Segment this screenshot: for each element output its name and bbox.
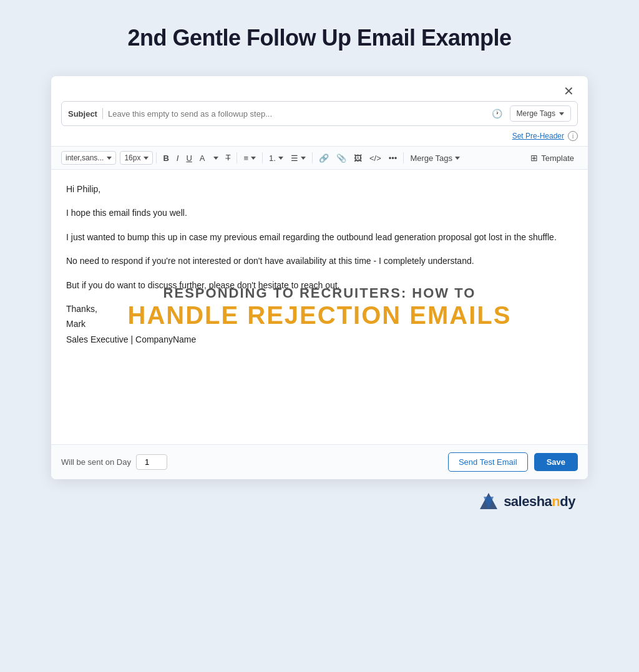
merge-tags-button[interactable]: Merge Tags bbox=[510, 105, 571, 122]
template-label: Template bbox=[541, 153, 574, 163]
signature-block: Thanks, Mark Sales Executive | CompanyNa… bbox=[66, 302, 573, 346]
clock-icon: 🕐 bbox=[492, 109, 502, 119]
ul-chevron-icon bbox=[301, 157, 306, 160]
attachment-button[interactable]: 📎 bbox=[333, 151, 349, 165]
set-pre-header-button[interactable]: Set Pre-Header bbox=[512, 132, 564, 140]
ol-chevron-icon bbox=[278, 157, 283, 160]
color-chevron-icon bbox=[213, 157, 218, 160]
logo-highlight: n bbox=[552, 494, 560, 509]
template-icon: ⊞ bbox=[530, 153, 538, 163]
email-body[interactable]: Hi Philip, I hope this email finds you w… bbox=[51, 170, 588, 444]
pre-header-row: Set Pre-Header i bbox=[61, 131, 578, 141]
saleshady-logo: saleshandy bbox=[51, 490, 588, 513]
info-icon[interactable]: i bbox=[568, 131, 578, 141]
email-title: Sales Executive | CompanyName bbox=[66, 333, 573, 346]
bold-button[interactable]: B bbox=[160, 151, 172, 165]
merge-tags-toolbar-chevron-icon bbox=[455, 157, 460, 160]
email-line3: No need to respond if you're not interes… bbox=[66, 254, 573, 268]
unordered-list-button[interactable]: ☰ bbox=[288, 151, 309, 165]
day-input[interactable] bbox=[136, 454, 167, 470]
more-options-button[interactable]: ••• bbox=[386, 151, 401, 165]
email-body-wrapper: Hi Philip, I hope this email finds you w… bbox=[51, 170, 588, 444]
composer-header: ✕ bbox=[51, 76, 588, 101]
subject-divider bbox=[102, 108, 103, 119]
ordered-list-button[interactable]: 1. bbox=[266, 151, 286, 165]
subject-row: Subject 🕐 Merge Tags bbox=[61, 101, 578, 126]
text-color-chevron[interactable] bbox=[209, 154, 222, 162]
italic-button[interactable]: I bbox=[173, 151, 182, 165]
template-button[interactable]: ⊞ Template bbox=[527, 150, 578, 165]
merge-tags-chevron-icon bbox=[559, 112, 564, 115]
composer-footer: Will be sent on Day Send Test Email Save bbox=[51, 444, 588, 479]
merge-tags-label: Merge Tags bbox=[517, 109, 555, 118]
toolbar-separator-3 bbox=[262, 152, 263, 163]
toolbar-separator-5 bbox=[403, 152, 404, 163]
font-family-select[interactable]: inter,sans... bbox=[61, 151, 116, 165]
subject-input[interactable] bbox=[108, 109, 487, 119]
link-button[interactable]: 🔗 bbox=[316, 151, 332, 165]
font-family-label: inter,sans... bbox=[66, 153, 104, 162]
toolbar-separator-1 bbox=[156, 152, 157, 163]
align-chevron-icon bbox=[251, 157, 256, 160]
font-size-chevron-icon bbox=[144, 157, 149, 160]
font-family-chevron-icon bbox=[107, 157, 112, 160]
toolbar-separator-4 bbox=[312, 152, 313, 163]
font-size-select[interactable]: 16px bbox=[120, 151, 153, 165]
merge-tags-toolbar-button[interactable]: Merge Tags bbox=[407, 151, 463, 165]
email-line2: I just wanted to bump this up in case my… bbox=[66, 230, 573, 244]
footer-right: Send Test Email Save bbox=[448, 452, 578, 472]
email-line1: I hope this email finds you well. bbox=[66, 206, 573, 220]
toolbar: inter,sans... 16px B I U A T̶ ≡ 1. ☰ 🔗 📎… bbox=[51, 146, 588, 170]
email-line4: But if you do want to discuss further, p… bbox=[66, 278, 573, 292]
align-button[interactable]: ≡ bbox=[240, 151, 259, 165]
toolbar-separator-2 bbox=[237, 152, 237, 163]
page-title: 2nd Gentle Follow Up Email Example bbox=[127, 25, 511, 51]
font-size-label: 16px bbox=[124, 153, 140, 162]
image-button[interactable]: 🖼 bbox=[351, 151, 365, 165]
text-color-button[interactable]: A bbox=[197, 151, 208, 165]
code-button[interactable]: </> bbox=[366, 151, 384, 165]
subject-label: Subject bbox=[68, 109, 97, 119]
close-button[interactable]: ✕ bbox=[560, 84, 578, 99]
email-closing: Thanks, bbox=[66, 302, 573, 316]
clear-format-button[interactable]: T̶ bbox=[223, 151, 233, 165]
email-name: Mark bbox=[66, 317, 573, 331]
send-test-email-button[interactable]: Send Test Email bbox=[448, 452, 528, 472]
saleshady-logo-text: saleshandy bbox=[504, 494, 575, 510]
email-composer: ✕ Subject 🕐 Merge Tags Set Pre-Header i … bbox=[51, 76, 588, 479]
saleshady-logo-icon bbox=[477, 490, 500, 513]
footer-left: Will be sent on Day bbox=[61, 454, 167, 470]
underline-button[interactable]: U bbox=[183, 151, 195, 165]
email-greeting: Hi Philip, bbox=[66, 182, 573, 196]
will-be-sent-label: Will be sent on Day bbox=[61, 457, 131, 467]
save-button[interactable]: Save bbox=[534, 453, 578, 471]
